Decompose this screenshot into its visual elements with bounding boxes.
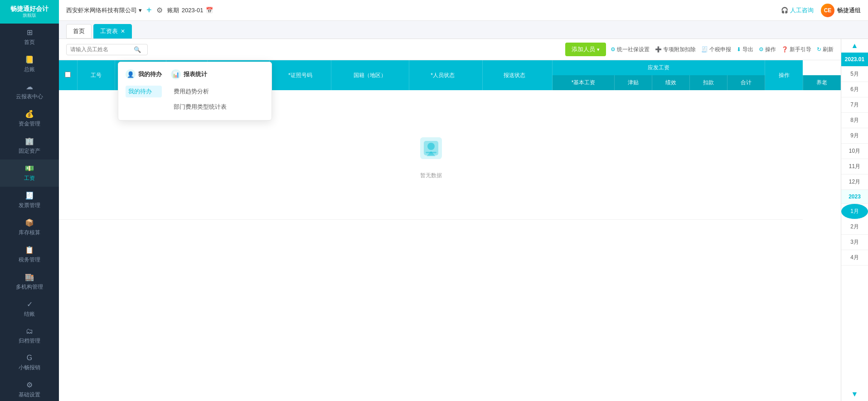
action-专项附加扣除[interactable]: ➕专项附加扣除 xyxy=(655,46,696,53)
dropdown-popup: 👤 我的待办 我的待办 📊 报表统计 费用趋势分析 部门费用类型统计表 xyxy=(118,62,272,121)
company-name: 西安虾米网络科技有限公司 xyxy=(66,6,137,14)
col-performance: 绩效 xyxy=(652,75,689,90)
col-allowance: 津贴 xyxy=(614,75,652,90)
col-total: 合计 xyxy=(727,75,765,90)
dropdown-item-dept[interactable]: 部门费用类型统计表 xyxy=(171,101,229,113)
archive-icon: 🗂 xyxy=(26,327,33,335)
sidebar-item-label-ledger: 总账 xyxy=(24,66,35,73)
content-toolbar: 🔍 添加人员 ▾ ⚙统一社保设置➕专项附加扣除🧾个税申报⬇导出⚙操作❓新手引导↻… xyxy=(59,39,841,60)
sidebar-item-multi[interactable]: 🏬 多机构管理 xyxy=(0,268,59,295)
month-item-11月[interactable]: 11月 xyxy=(841,159,868,174)
action-label: 个税申报 xyxy=(709,46,731,53)
tab-工资表[interactable]: 工资表✕ xyxy=(93,24,132,39)
home-icon: ⊞ xyxy=(27,28,33,37)
sidebar-item-inventory[interactable]: 📦 库存核算 xyxy=(0,214,59,241)
month-item-9月[interactable]: 9月 xyxy=(841,128,868,144)
col-operation: 操作 xyxy=(765,60,803,90)
month-item-6月[interactable]: 6月 xyxy=(841,82,868,97)
search-wrap[interactable]: 🔍 xyxy=(66,44,148,55)
select-all-checkbox[interactable] xyxy=(65,72,71,77)
month-item-8月[interactable]: 8月 xyxy=(841,113,868,128)
action-label: 操作 xyxy=(765,46,776,53)
month-item-2023-1月[interactable]: 1月 xyxy=(841,204,868,219)
add-person-label: 添加人员 xyxy=(572,45,595,53)
col-deduction: 扣款 xyxy=(690,75,727,90)
tab-首页[interactable]: 首页 xyxy=(66,24,92,39)
invoice-icon: 🧾 xyxy=(25,191,34,200)
search-input[interactable] xyxy=(70,46,134,53)
col-id: 工号 xyxy=(77,60,115,90)
settings-button[interactable]: ⚙ xyxy=(156,6,163,14)
sidebar: 畅捷通好会计 旗舰版 ⊞ 首页 📒 总账 ☁ 云报表中心 💰 资金管理 🏢 固定… xyxy=(0,0,59,401)
sidebar-item-label-cloud: 云报表中心 xyxy=(16,93,43,101)
company-selector[interactable]: 西安虾米网络科技有限公司 ▾ xyxy=(66,6,142,14)
assets-icon: 🏢 xyxy=(25,137,34,145)
tab-close-icon[interactable]: ✕ xyxy=(121,29,125,34)
add-company-button[interactable]: + xyxy=(146,5,152,15)
action-icon: ⚙ xyxy=(611,46,616,53)
month-nav-down[interactable]: ▼ xyxy=(841,387,868,401)
month-item-7月[interactable]: 7月 xyxy=(841,97,868,113)
month-item-2023-3月[interactable]: 3月 xyxy=(841,235,868,250)
month-item-2023-4月[interactable]: 4月 xyxy=(841,250,868,266)
service-button[interactable]: 🎧 人工咨询 xyxy=(781,6,814,14)
action-统一社保设置[interactable]: ⚙统一社保设置 xyxy=(611,46,650,53)
col-salary-group: 应发工资 xyxy=(553,60,765,75)
period-selector[interactable]: 账期 2023-01 📅 xyxy=(167,6,213,14)
month-item-5月[interactable]: 5月 xyxy=(841,67,868,82)
content-area: 🔍 添加人员 ▾ ⚙统一社保设置➕专项附加扣除🧾个税申报⬇导出⚙操作❓新手引导↻… xyxy=(59,39,868,401)
search-icon: 🔍 xyxy=(134,46,141,53)
funds-icon: 💰 xyxy=(25,110,34,118)
calendar-icon: 📅 xyxy=(206,7,213,14)
main-area: 西安虾米网络科技有限公司 ▾ + ⚙ 账期 2023-01 📅 🎧 人工咨询 C… xyxy=(59,0,868,401)
sidebar-item-basic[interactable]: ⚙ 基础设置 xyxy=(0,376,59,401)
month-item-12月[interactable]: 12月 xyxy=(841,174,868,190)
month-nav-up[interactable]: ▲ xyxy=(841,39,868,53)
dropdown-arrow-icon: ▾ xyxy=(139,7,142,14)
user-name: 畅捷通组 xyxy=(837,6,861,14)
sidebar-item-label-close: 结账 xyxy=(24,310,35,318)
action-导出[interactable]: ⬇导出 xyxy=(737,46,753,53)
sidebar-item-xiao[interactable]: G 小畅报销 xyxy=(0,349,59,376)
month-item-10月[interactable]: 10月 xyxy=(841,144,868,159)
action-操作[interactable]: ⚙操作 xyxy=(759,46,776,53)
add-person-button[interactable]: 添加人员 ▾ xyxy=(565,43,606,56)
sidebar-item-label-basic: 基础设置 xyxy=(19,391,40,399)
sidebar-item-ledger[interactable]: 📒 总账 xyxy=(0,51,59,78)
action-icon: ❓ xyxy=(781,46,788,53)
month-panel-header: 2023.01 xyxy=(841,53,868,67)
select-all-header xyxy=(59,60,77,90)
sidebar-item-home[interactable]: ⊞ 首页 xyxy=(0,24,59,51)
sidebar-item-archive[interactable]: 🗂 归档管理 xyxy=(0,323,59,349)
action-刷新[interactable]: ↻刷新 xyxy=(817,46,834,53)
ledger-icon: 📒 xyxy=(25,55,34,64)
dropdown-item-trend[interactable]: 费用趋势分析 xyxy=(171,86,229,97)
year-2023-label: 2023 xyxy=(841,190,868,204)
section-reports-label: 报表统计 xyxy=(184,70,207,78)
month-item-2023-2月[interactable]: 2月 xyxy=(841,219,868,235)
sidebar-item-salary[interactable]: 💵 工资 xyxy=(0,159,59,187)
col-nationality: 国籍（地区） xyxy=(331,60,409,90)
sidebar-item-assets[interactable]: 🏢 固定资产 xyxy=(0,132,59,159)
tabbar: 首页工资表✕ xyxy=(59,21,868,39)
sidebar-item-tax[interactable]: 📋 税务管理 xyxy=(0,241,59,268)
month-list: 2023.015月6月7月8月9月10月11月12月20231月2月3月4月 xyxy=(841,53,868,387)
action-新手引导[interactable]: ❓新手引导 xyxy=(781,46,811,53)
sidebar-item-cloud[interactable]: ☁ 云报表中心 xyxy=(0,78,59,105)
action-个税申报[interactable]: 🧾个税申报 xyxy=(701,46,731,53)
sidebar-item-label-funds: 资金管理 xyxy=(19,120,40,128)
sidebar-item-invoice[interactable]: 🧾 发票管理 xyxy=(0,187,59,214)
tab-label: 首页 xyxy=(73,27,85,35)
svg-point-2 xyxy=(427,143,435,150)
sidebar-item-funds[interactable]: 💰 资金管理 xyxy=(0,105,59,132)
tax-icon: 📋 xyxy=(25,246,34,254)
close-icon: ✓ xyxy=(27,300,33,309)
dropdown-sections: 👤 我的待办 我的待办 📊 报表统计 费用趋势分析 部门费用类型统计表 xyxy=(126,69,264,113)
user-menu[interactable]: CE 畅捷通组 xyxy=(821,4,861,17)
sidebar-item-close[interactable]: ✓ 结账 xyxy=(0,295,59,323)
period-label: 账期 xyxy=(167,6,179,14)
action-label: 导出 xyxy=(742,46,753,53)
sidebar-item-label-home: 首页 xyxy=(24,39,35,46)
dropdown-item-todo[interactable]: 我的待办 xyxy=(126,86,162,97)
sidebar-item-label-inventory: 库存核算 xyxy=(19,229,40,237)
